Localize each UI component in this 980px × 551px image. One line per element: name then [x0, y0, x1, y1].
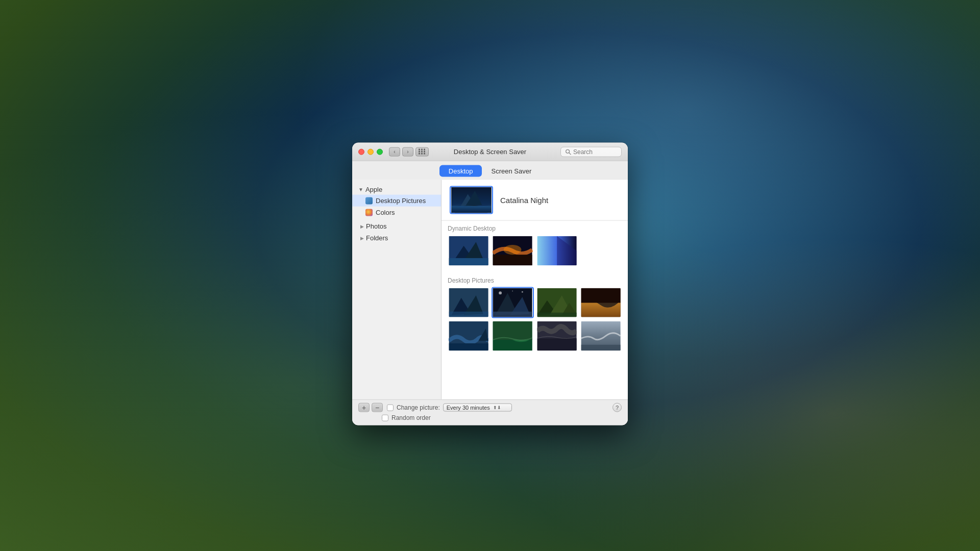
nav-buttons: ‹ ›: [389, 147, 413, 156]
dp-image-7: [537, 321, 577, 351]
desktop-pictures-grid: [448, 287, 622, 352]
back-button[interactable]: ‹: [389, 147, 400, 156]
thumb-dp-5[interactable]: [448, 320, 489, 352]
sidebar-item-photos[interactable]: ▶ Photos: [352, 220, 441, 232]
change-picture-row: Change picture: Every 30 minutes ⬆⬇: [387, 404, 512, 412]
svg-rect-39: [537, 339, 576, 351]
sidebar-folders-label: Folders: [366, 234, 388, 242]
sidebar-colors-label: Colors: [376, 209, 395, 216]
add-remove-buttons: + −: [358, 403, 383, 412]
section-desktop-pictures: Desktop Pictures: [442, 272, 628, 358]
dp-image-2: [493, 288, 532, 317]
dd-image-1: [449, 236, 488, 266]
help-button[interactable]: ?: [612, 403, 622, 412]
title-bar: ‹ › Desktop & Screen Saver: [352, 143, 628, 161]
svg-rect-34: [449, 343, 488, 350]
thumb-dd-1[interactable]: [448, 235, 489, 267]
dynamic-desktop-label: Dynamic Desktop: [448, 225, 622, 232]
search-icon: [565, 148, 571, 155]
svg-rect-37: [493, 321, 532, 340]
window-content: ▼ Apple Desktop Pictures Colors ▶ Photos: [352, 180, 628, 399]
grid-view-button[interactable]: [415, 147, 429, 156]
svg-rect-22: [493, 311, 532, 317]
footer-row-1: + − Change picture: Every 30 minutes ⬆⬇ …: [358, 403, 622, 412]
dd-image-3: [537, 236, 577, 266]
sidebar-apple-header[interactable]: ▼ Apple: [352, 184, 441, 195]
thumb-dd-3[interactable]: [536, 235, 578, 267]
sidebar-item-folders[interactable]: ▶ Folders: [352, 232, 441, 244]
svg-rect-12: [493, 255, 532, 265]
svg-rect-30: [537, 312, 576, 317]
desktop-pictures-section-label: Desktop Pictures: [448, 277, 622, 284]
random-order-label: Random order: [391, 414, 431, 421]
preview-strip: Catalina Night: [442, 180, 628, 221]
sidebar-item-desktop-pictures[interactable]: Desktop Pictures: [352, 195, 441, 207]
search-input[interactable]: [573, 148, 614, 155]
section-dynamic-desktop: Dynamic Desktop: [442, 221, 628, 273]
thumb-dp-2[interactable]: [492, 287, 533, 318]
svg-rect-32: [581, 288, 620, 303]
tab-bar: Desktop Screen Saver: [352, 161, 628, 180]
svg-rect-6: [451, 206, 492, 213]
traffic-lights: [358, 148, 383, 155]
grid-dots-icon: [419, 149, 426, 155]
desktop-pictures-icon: [365, 197, 373, 204]
content-area: Catalina Night Dynamic Desktop: [442, 180, 628, 399]
sidebar: ▼ Apple Desktop Pictures Colors ▶ Photos: [352, 180, 442, 399]
window-title: Desktop & Screen Saver: [454, 148, 526, 156]
dynamic-desktop-grid: [448, 235, 622, 267]
folders-arrow-icon: ▶: [360, 235, 364, 240]
change-picture-value: Every 30 minutes: [447, 405, 490, 411]
preview-title: Catalina Night: [500, 196, 548, 205]
preview-thumbnail: [450, 186, 493, 214]
change-picture-checkbox[interactable]: [387, 404, 394, 411]
thumb-dp-7[interactable]: [536, 320, 578, 352]
preview-image: [451, 187, 492, 213]
change-picture-dropdown[interactable]: Every 30 minutes ⬆⬇: [443, 404, 512, 412]
svg-rect-18: [449, 311, 488, 317]
footer-row-2: Random order: [358, 414, 622, 421]
maximize-button[interactable]: [377, 148, 383, 155]
svg-point-24: [522, 291, 523, 293]
dp-image-5: [449, 321, 488, 351]
sidebar-photos-label: Photos: [366, 222, 386, 230]
thumb-dd-2[interactable]: [492, 235, 533, 267]
dp-image-3: [537, 288, 577, 317]
dp-image-1: [449, 288, 488, 317]
minimize-button[interactable]: [368, 148, 374, 155]
random-order-checkbox[interactable]: [382, 414, 388, 421]
dropdown-arrow-icon: ⬆⬇: [493, 405, 501, 410]
tab-desktop[interactable]: Desktop: [439, 165, 482, 177]
thumb-dp-3[interactable]: [536, 287, 578, 318]
macos-window: ‹ › Desktop & Screen Saver Desktop Scree…: [352, 143, 628, 425]
forward-button[interactable]: ›: [402, 147, 413, 156]
tab-screensaver[interactable]: Screen Saver: [482, 165, 541, 177]
add-button[interactable]: +: [358, 403, 370, 412]
dp-image-4: [581, 288, 621, 317]
sidebar-desktop-pictures-label: Desktop Pictures: [376, 197, 426, 205]
close-button[interactable]: [358, 148, 364, 155]
dp-image-8: [581, 321, 621, 351]
change-picture-label: Change picture:: [397, 404, 440, 411]
sidebar-item-colors[interactable]: Colors: [352, 207, 441, 218]
dp-image-6: [493, 321, 532, 351]
dd-image-2: [493, 236, 532, 266]
photos-arrow-icon: ▶: [360, 223, 364, 229]
thumb-dp-6[interactable]: [492, 320, 533, 352]
svg-line-1: [569, 153, 571, 154]
apple-arrow-icon: ▼: [358, 187, 363, 192]
colors-icon: [365, 209, 373, 216]
svg-rect-10: [449, 258, 488, 265]
window-footer: + − Change picture: Every 30 minutes ⬆⬇ …: [352, 399, 628, 425]
svg-point-23: [499, 291, 502, 294]
sidebar-section-apple: ▼ Apple Desktop Pictures Colors: [352, 184, 441, 218]
thumb-dp-1[interactable]: [448, 287, 489, 318]
sidebar-apple-label: Apple: [365, 186, 382, 193]
remove-button[interactable]: −: [372, 403, 383, 412]
random-order-row: Random order: [382, 414, 431, 421]
search-bar[interactable]: [560, 146, 622, 157]
svg-point-13: [504, 245, 522, 255]
thumb-dp-4[interactable]: [580, 287, 622, 318]
svg-point-25: [512, 290, 513, 291]
thumb-dp-8[interactable]: [580, 320, 622, 352]
